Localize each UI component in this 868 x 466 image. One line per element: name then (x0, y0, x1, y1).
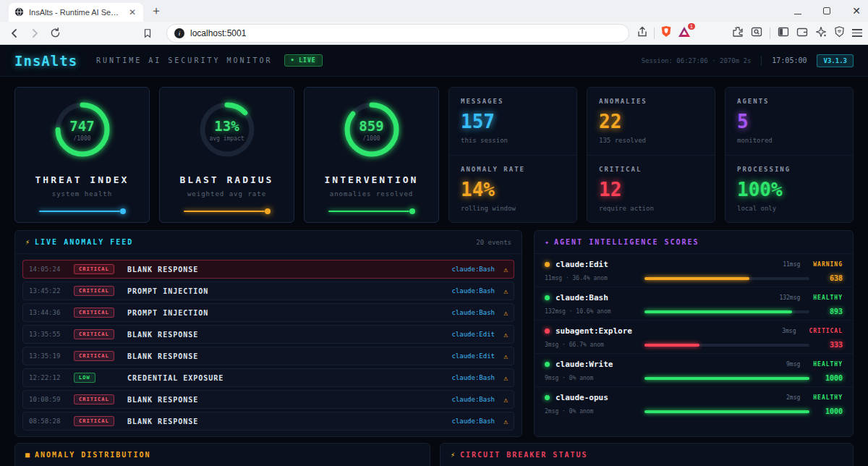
anomaly-time: 12:22:12 (29, 374, 74, 381)
maximize-button[interactable] (823, 6, 830, 17)
bookmark-icon[interactable] (139, 25, 156, 42)
slider-handle[interactable] (409, 208, 415, 214)
reload-button[interactable] (46, 25, 64, 42)
anomaly-agent-link[interactable]: claude:Bash (451, 396, 495, 403)
wallet-icon[interactable] (796, 26, 808, 41)
anomaly-time: 08:58:28 (29, 418, 74, 425)
anomaly-row[interactable]: 13:35:55 CRITICAL BLANK RESPONSE claude:… (22, 325, 514, 344)
stat-value: 22 (599, 111, 703, 132)
feed-event-count: 20 events (476, 239, 511, 246)
tab-title: InsAlts - Runtime AI Security Mo (29, 8, 122, 17)
extensions-puzzle-icon[interactable] (732, 26, 744, 41)
url-bar[interactable]: i localhost:5001 (166, 24, 629, 43)
anomaly-agent-link[interactable]: claude:Bash (451, 374, 495, 381)
agent-score-row[interactable]: subagent:Explore 3msg CRITICAL 3msg · 66… (535, 320, 853, 353)
anomaly-distribution-panel: ■ ANOMALY DISTRIBUTION (14, 443, 430, 466)
agent-score-list: claude:Edit 11msg WARNING 11msg · 36.4% … (535, 254, 853, 420)
anomaly-type: BLANK RESPONSE (127, 352, 451, 360)
close-window-button[interactable]: ✕ (852, 5, 861, 17)
anomaly-time: 13:45:22 (29, 287, 74, 295)
agent-score-row[interactable]: claude:Edit 11msg WARNING 11msg · 36.4% … (535, 254, 853, 287)
agent-msg-count: 11msg (783, 261, 800, 268)
warning-icon: ⚠ (495, 309, 508, 317)
anomaly-agent-link[interactable]: claude:Edit (451, 352, 495, 360)
anomaly-agent-link[interactable]: claude:Bash (451, 309, 495, 316)
agent-status-dot (545, 295, 550, 300)
version-badge[interactable]: V3.1.3 (817, 54, 854, 67)
gauge-value: 13% (214, 118, 239, 134)
forward-button[interactable] (26, 25, 43, 42)
gauge-denominator: /1000 (73, 135, 90, 142)
square-icon: ■ (25, 451, 30, 459)
agent-score-fill (644, 377, 809, 380)
browser-tab[interactable]: InsAlts - Runtime AI Security Mo ✕ (9, 3, 143, 22)
stat-subtext: monitored (737, 137, 841, 144)
gauge-slider[interactable] (328, 208, 415, 214)
search-tabs-icon[interactable] (751, 26, 762, 41)
severity-badge: CRITICAL (74, 329, 114, 339)
app-header: InsAlts RUNTIME AI SECURITY MONITOR • LI… (0, 45, 868, 77)
stat-card: ANOMALIES 22 135 resolved CRITICAL 12 re… (587, 87, 715, 223)
agent-meta: 3msg · 66.7% anom (545, 342, 637, 348)
anomaly-row[interactable]: 13:35:19 CRITICAL BLANK RESPONSE claude:… (22, 347, 514, 365)
agent-score-value: 1000 (817, 374, 843, 382)
anomaly-row[interactable]: 13:44:36 CRITICAL PROMPT INJECTION claud… (22, 303, 514, 322)
gauge-title: INTERVENTION (325, 174, 419, 185)
brave-shield-icon[interactable] (660, 25, 672, 41)
gauge-value: 747 (69, 118, 94, 134)
anomaly-agent-link[interactable]: claude:Edit (451, 331, 495, 338)
gauge-slider[interactable] (39, 208, 126, 214)
anomaly-agent-link[interactable]: claude:Bash (451, 266, 495, 273)
diamond-icon: ✦ (545, 238, 549, 246)
severity-badge: CRITICAL (74, 394, 114, 404)
agent-msg-count: 3msg (782, 328, 796, 334)
gauge-ring: 859 /1000 (339, 96, 405, 163)
agent-meta: 132msg · 10.6% anom (545, 308, 637, 315)
slider-handle[interactable] (265, 208, 271, 214)
anomaly-row[interactable]: 12:22:12 LOW CREDENTIAL EXPOSURE claude:… (22, 368, 514, 387)
dashboard-main: 747 /1000 THREAT INDEX system health 13%… (0, 77, 868, 466)
anomaly-row[interactable]: 14:05:24 CRITICAL BLANK RESPONSE claude:… (22, 260, 514, 279)
stat-label: ANOMALIES (599, 98, 703, 105)
new-tab-button[interactable]: ＋ (150, 4, 162, 19)
stat-value: 157 (461, 111, 565, 132)
vpn-shield-icon[interactable] (834, 26, 845, 41)
stat-top: ANOMALIES 22 135 resolved (587, 88, 715, 155)
agent-score-row[interactable]: claude-opus 2msg HEALTHY 2msg · 0% anom … (535, 386, 853, 420)
browser-chrome: InsAlts - Runtime AI Security Mo ✕ ＋ ✕ i… (0, 0, 868, 45)
leo-sparkle-icon[interactable] (815, 26, 827, 41)
anomaly-type: PROMPT INJECTION (127, 309, 451, 317)
agent-score-fill (644, 277, 749, 280)
stat-card: MESSAGES 157 this session ANOMALY RATE 1… (448, 87, 577, 223)
stat-bottom: PROCESSING 100% local only (726, 155, 853, 223)
agent-status-label: HEALTHY (813, 361, 843, 368)
stat-value: 14% (461, 179, 565, 200)
site-info-icon[interactable]: i (174, 28, 184, 38)
anomaly-agent-link[interactable]: claude:Bash (451, 287, 495, 295)
warning-icon: ⚠ (495, 396, 508, 404)
agent-score-row[interactable]: claude:Write 9msg HEALTHY 9msg · 0% anom… (535, 353, 853, 386)
slider-handle[interactable] (120, 208, 126, 214)
stat-subtext: rolling window (461, 205, 565, 212)
minimize-button[interactable] (794, 6, 801, 17)
severity-badge: CRITICAL (74, 351, 114, 361)
tab-close-icon[interactable]: ✕ (127, 7, 137, 17)
insalts-app: InsAlts RUNTIME AI SECURITY MONITOR • LI… (0, 45, 868, 466)
agent-status-label: WARNING (813, 261, 843, 268)
warning-icon: ⚠ (495, 287, 508, 295)
warning-icon: ⚠ (495, 266, 508, 274)
sidebar-icon[interactable] (778, 26, 789, 41)
feed-panel-title: LIVE ANOMALY FEED (35, 238, 133, 246)
back-button[interactable] (6, 25, 23, 42)
anomaly-agent-link[interactable]: claude:Bash (451, 418, 495, 425)
share-icon[interactable] (637, 26, 648, 41)
gauge-slider[interactable] (184, 208, 271, 214)
anomaly-row[interactable]: 08:58:28 CRITICAL BLANK RESPONSE claude:… (22, 412, 514, 431)
rewards-triangle-icon[interactable]: 1 (678, 26, 691, 41)
menu-icon[interactable] (852, 29, 862, 37)
anomaly-row[interactable]: 13:45:22 CRITICAL PROMPT INJECTION claud… (22, 281, 514, 300)
agent-score-row[interactable]: claude:Bash 132msg HEALTHY 132msg · 10.6… (535, 287, 853, 320)
agent-score-bar (644, 410, 809, 413)
anomaly-row[interactable]: 10:08:59 CRITICAL BLANK RESPONSE claude:… (22, 390, 514, 409)
clock: 17:05:00 (772, 56, 807, 64)
